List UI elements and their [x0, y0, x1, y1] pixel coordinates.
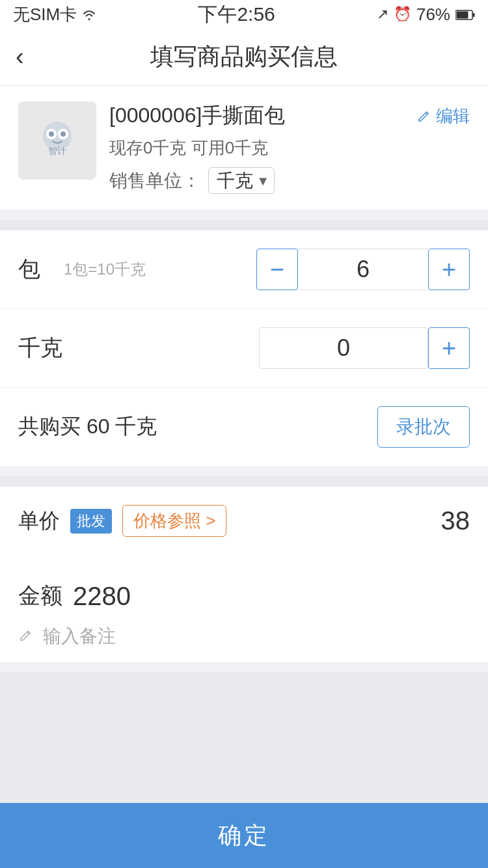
main-content: 智计 [0000006]手撕面包 编辑 现存0千克 可用0千克 销售单位： — [0, 86, 488, 867]
note-placeholder: 输入备注 — [43, 624, 116, 649]
price-tag: 批发 — [70, 509, 112, 534]
status-left: 无SIM卡 — [13, 3, 96, 26]
product-unit-row: 销售单位： 千克 ▼ — [109, 167, 470, 194]
price-section: 单价 批发 价格参照 > 38 — [0, 487, 488, 563]
package-row: 包 1包=10千克 − + — [0, 230, 488, 309]
carrier-text: 无SIM卡 — [13, 3, 77, 26]
kg-controls: + — [259, 327, 470, 369]
amount-label: 金额 — [18, 581, 62, 611]
package-minus-button[interactable]: − — [256, 249, 298, 290]
svg-point-6 — [49, 131, 54, 137]
gps-icon: ↗ — [377, 6, 388, 23]
package-label: 包 — [18, 254, 57, 284]
price-reference-button[interactable]: 价格参照 > — [122, 505, 226, 537]
package-plus-button[interactable]: + — [428, 249, 470, 290]
kg-input[interactable] — [259, 327, 428, 369]
svg-point-7 — [61, 131, 66, 137]
product-name-row: [0000006]手撕面包 编辑 — [109, 102, 470, 130]
amount-section: 金额 2280 输入备注 — [0, 563, 488, 662]
package-input[interactable] — [298, 249, 428, 290]
package-hint: 1包=10千克 — [64, 259, 256, 280]
amount-row: 金额 2280 — [18, 581, 470, 611]
svg-rect-1 — [472, 13, 474, 17]
kg-plus-button[interactable]: + — [428, 327, 470, 369]
bottom-area — [0, 672, 488, 802]
product-name: [0000006]手撕面包 — [109, 102, 285, 130]
product-stock: 现存0千克 可用0千克 — [109, 137, 470, 159]
product-thumbnail: 智计 — [18, 102, 96, 180]
battery-text: 76% — [416, 5, 450, 25]
separator-2 — [0, 476, 488, 487]
status-bar: 无SIM卡 下午2:56 ↗ ⏰ 76% — [0, 0, 488, 29]
svg-rect-2 — [456, 11, 468, 18]
unit-select-input[interactable]: 千克 — [208, 167, 275, 194]
product-info: [0000006]手撕面包 编辑 现存0千克 可用0千克 销售单位： 千克 ▼ — [109, 102, 470, 194]
total-label: 共购买 60 千克 — [18, 413, 157, 441]
separator-1 — [0, 220, 488, 230]
pencil-icon — [18, 626, 35, 647]
record-batch-button[interactable]: 录批次 — [377, 406, 470, 448]
product-card: 智计 [0000006]手撕面包 编辑 现存0千克 可用0千克 销售单位： — [0, 86, 488, 210]
nav-bar: ‹ 填写商品购买信息 — [0, 29, 488, 86]
unit-label: 销售单位： — [109, 169, 200, 193]
battery-icon — [455, 5, 475, 25]
unit-selector[interactable]: 千克 ▼ — [208, 167, 275, 194]
status-right: ↗ ⏰ 76% — [377, 5, 475, 25]
quantity-section: 包 1包=10千克 − + 千克 + — [0, 230, 488, 388]
product-logo-icon: 智计 — [34, 118, 80, 164]
edit-button[interactable]: 编辑 — [417, 105, 470, 128]
alarm-icon: ⏰ — [394, 6, 411, 23]
svg-text:智计: 智计 — [48, 146, 66, 156]
price-row: 单价 批发 价格参照 > 38 — [18, 505, 470, 537]
amount-value: 2280 — [73, 582, 131, 611]
wifi-icon — [82, 5, 96, 25]
kg-row: 千克 + — [0, 309, 488, 388]
total-row: 共购买 60 千克 录批次 — [0, 388, 488, 466]
kg-label: 千克 — [18, 333, 62, 363]
price-value: 38 — [441, 506, 470, 536]
confirm-button[interactable]: 确定 — [0, 803, 488, 868]
package-controls: − + — [256, 249, 470, 290]
price-label: 单价 — [18, 507, 60, 536]
back-button[interactable]: ‹ — [16, 43, 24, 71]
page-title: 填写商品购买信息 — [150, 41, 338, 73]
note-row[interactable]: 输入备注 — [18, 624, 470, 649]
status-time: 下午2:56 — [198, 1, 275, 28]
